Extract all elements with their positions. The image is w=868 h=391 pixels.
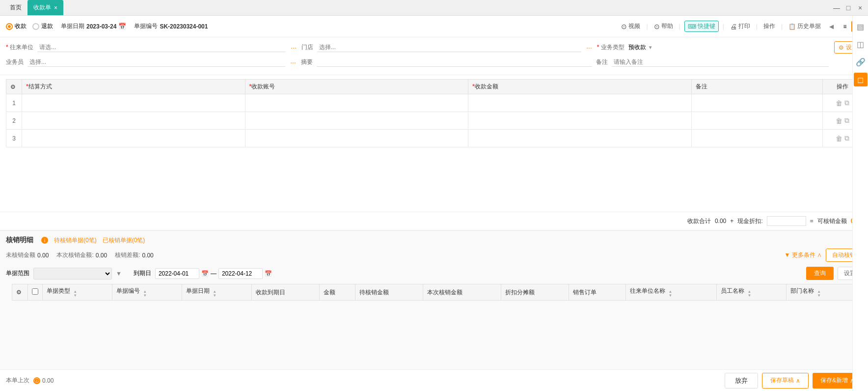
amount-cell[interactable]	[468, 112, 692, 130]
calendar-from-icon[interactable]: 📅	[201, 270, 209, 277]
gear-icon: ⚙	[839, 44, 844, 51]
plus-sign: +	[730, 218, 733, 224]
date-to-input[interactable]	[218, 268, 263, 279]
tab-home[interactable]: 首页	[4, 0, 27, 15]
close-button[interactable]: ×	[856, 4, 864, 12]
sort-type-icon[interactable]: ▲▼	[73, 290, 77, 298]
date-label: 单据日期	[61, 22, 84, 30]
business-type-select[interactable]: 预收款 ▼	[628, 43, 687, 52]
settlement-cell[interactable]	[22, 112, 245, 130]
footer: 本单上次 ⓘ 0.00 放弃 保存草稿 ∧ 保存&新增 ∧	[0, 369, 868, 391]
table-settings-icon[interactable]: ⚙	[6, 80, 22, 94]
save-draft-button[interactable]: 保存草稿 ∧	[762, 373, 809, 389]
remarks-section: 备注	[596, 57, 829, 67]
history-icon: 📋	[788, 23, 796, 30]
filter-row: 单据范围 ▼ 到期日 📅 — 📅 查询 设置	[6, 267, 862, 280]
store-input[interactable]	[317, 43, 581, 52]
shortcut-button[interactable]: ⌨ 快捷键	[684, 21, 719, 32]
remarks-input[interactable]	[612, 57, 829, 67]
settlement-cell[interactable]	[22, 94, 245, 112]
main-table-container: ⚙ *结算方式 *收款账号 *收款金额 备注 操作 1 🗑 ⧉	[0, 75, 868, 212]
copy-icon[interactable]: ⧉	[844, 99, 849, 107]
sort-dept-icon[interactable]: ▲▼	[817, 290, 821, 298]
sidebar-icon-3[interactable]: 🔗	[854, 55, 868, 69]
account-cell[interactable]	[245, 112, 468, 130]
help-button[interactable]: ⊙ 帮助	[652, 21, 675, 31]
date-range: 📅 — 📅	[155, 268, 272, 279]
amount-cell[interactable]	[468, 94, 692, 112]
list-view-button[interactable]: ≡	[840, 21, 850, 32]
minimize-button[interactable]: —	[833, 4, 841, 12]
sidebar-icon-1[interactable]: ▤	[854, 20, 868, 33]
delete-icon[interactable]: 🗑	[836, 99, 842, 107]
stats-row: 未核销金额 0.00 本次核销金额: 0.00 核销差额: 0.00 ▼ 更多条…	[6, 249, 862, 262]
radio-refund[interactable]: 退款	[32, 22, 53, 30]
print-button[interactable]: 🖨 打印	[728, 21, 752, 31]
per-order-label: 本单上次	[6, 376, 29, 385]
store-more-icon[interactable]: ···	[585, 44, 593, 52]
tab-collection[interactable]: 收款单 ×	[27, 0, 63, 15]
bottom-gear-icon[interactable]: ⚙	[12, 284, 28, 301]
col-type: 单据类型 ▲▼	[43, 284, 112, 301]
query-button[interactable]: 查询	[806, 267, 834, 280]
summary-input[interactable]	[317, 57, 592, 67]
store-section: 门店 ···	[301, 43, 593, 52]
delete-icon[interactable]: 🗑	[836, 135, 842, 142]
writeoff-info-icon[interactable]: i	[41, 237, 48, 244]
counterpart-input[interactable]	[37, 43, 286, 52]
completed-tab[interactable]: 已核销单据(0笔)	[103, 236, 145, 245]
counterpart-more-icon[interactable]: ···	[290, 44, 298, 52]
sort-number-icon[interactable]: ▲▼	[143, 290, 147, 298]
salesperson-more-icon[interactable]: ···	[289, 58, 297, 66]
pending-tab[interactable]: 待核销单据(0笔)	[54, 236, 97, 245]
equals-sign: =	[810, 218, 814, 224]
abandon-button[interactable]: 放弃	[725, 373, 758, 389]
writeoff-section: 核销明细 i 待核销单据(0笔) 已核销单据(0笔) 未核销金额 0.00 本次…	[0, 230, 868, 369]
main-container: 收款 退款 单据日期 2023-03-24 📅 单据编号 SK-20230324…	[0, 16, 868, 391]
select-all-checkbox[interactable]	[32, 288, 38, 295]
sort-employee-icon[interactable]: ▲▼	[747, 290, 751, 298]
sort-date-icon[interactable]: ▲▼	[213, 290, 217, 298]
date-value[interactable]: 2023-03-24	[86, 23, 116, 30]
prev-arrow[interactable]: ◀	[827, 22, 836, 31]
help-icon: ⊙	[654, 23, 660, 30]
remarks-cell[interactable]	[691, 94, 823, 112]
print-label: 打印	[738, 22, 750, 30]
account-cell[interactable]	[245, 94, 468, 112]
radio-refund-dot	[32, 23, 39, 30]
amount-cell[interactable]	[468, 130, 692, 147]
sort-partner-icon[interactable]: ▲▼	[669, 290, 673, 298]
summary-row: 收款合计 0.00 + 现金折扣: = 可核销金额 0.00	[0, 212, 868, 230]
discount-input[interactable]	[767, 216, 806, 226]
tab-close-icon[interactable]: ×	[54, 4, 57, 11]
copy-icon[interactable]: ⧉	[844, 134, 849, 142]
radio-collection[interactable]: 收款	[6, 22, 27, 30]
copy-icon[interactable]: ⧉	[844, 116, 849, 125]
account-cell[interactable]	[245, 130, 468, 147]
remarks-cell[interactable]	[691, 112, 823, 130]
uncancelled-stat: 未核销金额 0.00	[6, 251, 49, 259]
operations-button[interactable]: 操作	[761, 21, 777, 31]
filter-actions: ▼ 更多条件 ∧ 自动核销	[784, 249, 862, 262]
sidebar-icon-2[interactable]: ◫	[854, 37, 868, 51]
nav-arrows: ◀	[827, 22, 836, 31]
salesperson-label: 业务员	[6, 58, 24, 66]
history-button[interactable]: 📋 历史单据	[787, 21, 823, 31]
footer-info-icon[interactable]: ⓘ	[33, 377, 40, 384]
settlement-cell[interactable]	[22, 130, 245, 147]
calendar-to-icon[interactable]: 📅	[265, 270, 272, 277]
col-amount: *收款金额	[468, 80, 692, 94]
date-field: 单据日期 2023-03-24 📅	[61, 22, 126, 30]
remarks-cell[interactable]	[691, 130, 823, 147]
salesperson-input[interactable]	[27, 57, 285, 67]
range-select[interactable]	[33, 268, 112, 279]
print-icon: 🖨	[730, 23, 737, 30]
delete-icon[interactable]: 🗑	[836, 117, 842, 125]
sidebar-icon-4[interactable]: ◻	[854, 73, 868, 86]
more-filters-button[interactable]: ▼ 更多条件 ∧	[784, 251, 822, 259]
date-from-input[interactable]	[155, 268, 199, 279]
calendar-icon[interactable]: 📅	[118, 23, 126, 30]
maximize-button[interactable]: □	[844, 4, 852, 12]
video-button[interactable]: ⊙ 视频	[619, 21, 642, 31]
col-dept: 部门名称 ▲▼	[787, 284, 856, 301]
